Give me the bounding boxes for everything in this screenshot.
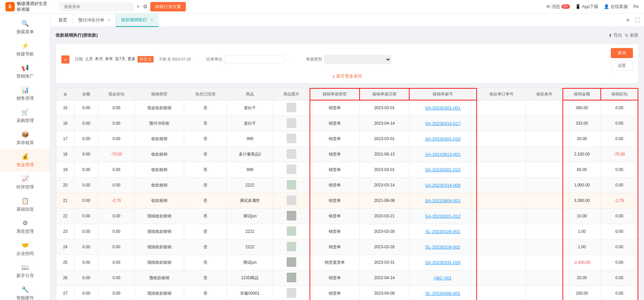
sidebar-item-inventory[interactable]: 📦 库存核算 (0, 127, 50, 149)
guide-icon: 📖 (21, 263, 29, 271)
cell-bill-no[interactable]: SA-20230414-017 (409, 116, 476, 131)
sidebar-item-label: 新手引导 (16, 273, 34, 279)
date-filter: 日期 上月 本月 本年 近7天 更多 自定义 (75, 56, 154, 62)
product-image (287, 288, 296, 298)
bill-no-link[interactable]: SA-20230301-001 (425, 105, 461, 111)
bill-no-link[interactable]: SL-20230408-001 (425, 291, 460, 296)
date-7days[interactable]: 近7天 (115, 56, 125, 62)
date-custom[interactable]: 自定义 (138, 56, 154, 62)
settings-icon[interactable]: ⚙ (143, 3, 148, 10)
sidebar-item-guide[interactable]: 📖 新手引导 (0, 260, 50, 282)
sidebar-item-hardware[interactable]: 🔧 智能硬件 (0, 282, 50, 300)
solution-button[interactable]: 休验行业方案 (150, 2, 186, 11)
sidebar-item-label: 智能硬件 (16, 295, 34, 300)
bill-no-link[interactable]: SA-20230321-012 (425, 214, 461, 219)
cell-id: 16 (56, 116, 74, 131)
export-button[interactable]: ⬆ 导出 (608, 32, 622, 38)
query-button[interactable]: 查询 (611, 48, 633, 58)
cell-bill-no[interactable]: SA-20210808-001 (409, 193, 476, 208)
cell-bill-no[interactable]: SA-20230331-026 (409, 255, 476, 270)
cell-product: 衣服00001 (227, 286, 273, 300)
cell-bill-no[interactable]: SA-20230301-010 (409, 162, 476, 177)
sidebar-item-system[interactable]: ⚙ 系统管理 (0, 216, 50, 238)
sidebar-item-search[interactable]: 🔍 搜索菜单 (0, 16, 50, 38)
bill-no-link[interactable]: SA-20230301-010 (425, 167, 461, 172)
tab-home[interactable]: 首页 (53, 13, 73, 27)
cell-order-no (477, 116, 526, 131)
customer-input[interactable] (224, 55, 285, 63)
sidebar-item-marketing[interactable]: 📢 营销推广 (0, 60, 50, 83)
cell-id: 26 (56, 270, 74, 286)
date-more[interactable]: 更多 (127, 56, 136, 62)
date-last-month[interactable]: 上月 (85, 56, 93, 62)
bill-no-link[interactable]: SA-20230314-008 (425, 183, 461, 188)
phone-icon: 📱 (575, 4, 581, 9)
cell-id: 23 (56, 224, 74, 239)
cell-bill-no[interactable]: SA-20230314-008 (409, 177, 476, 193)
tab-verify[interactable]: 收款核销执行 × (116, 13, 159, 27)
online-support-item[interactable]: 👤 在线客服 (604, 4, 628, 10)
cell-bill-no[interactable]: SA-20230301-001 (409, 100, 476, 116)
logo-icon: 6 (5, 2, 15, 11)
tab-prepay[interactable]: 预付冲应付单 × (73, 13, 116, 27)
cell-bill-no[interactable]: SL-20230328-001 (409, 224, 476, 239)
billtype-filter: 单据类型 (306, 55, 391, 64)
notification-item[interactable]: ✉ 消息 99+ (546, 4, 570, 10)
maximize-icon[interactable]: ⛶ (634, 16, 641, 24)
cell-product-img (273, 224, 310, 239)
app-download-item[interactable]: 📱 App下载 (575, 4, 598, 10)
sidebar-item-label: 营销推广 (16, 73, 34, 79)
page-title-bar: 收款核销执行(按收款) ⬆ 导出 ↻ 刷新 (56, 32, 639, 38)
date-this-month[interactable]: 本月 (95, 56, 103, 62)
table-header-row: ⚙ 余额 现金折扣 核销类型 包含已结清 商品 商品图片 核销单据类型 核销单据… (56, 88, 638, 100)
search-input[interactable] (60, 3, 133, 11)
filter-expand-btn[interactable]: » (61, 55, 69, 63)
cell-product-img (273, 270, 310, 286)
sidebar-item-finance[interactable]: 💰 资金管理 (0, 149, 50, 171)
cell-bill-no[interactable]: SL-20230328-002 (409, 239, 476, 255)
cell-id: 27 (56, 286, 74, 300)
refresh-button[interactable]: ↻ 刷新 (625, 32, 639, 38)
cell-verify-type: 现续收款核销 (135, 224, 184, 239)
table-row: 21 0.00 -2.76 收款核销 否 测试多属性 销货单 2021-08-0… (56, 193, 638, 208)
bill-no-link[interactable]: SA-20210813-001 (425, 152, 461, 157)
sidebar-item-operations[interactable]: 📈 经营管理 (0, 171, 50, 194)
bill-no-link[interactable]: SL-20230328-001 (425, 229, 460, 234)
sidebar-item-basic[interactable]: 📋 基础信息 (0, 194, 50, 216)
bill-no-link[interactable]: SA-20210808-001 (425, 198, 461, 203)
message-icon: ✉ (546, 4, 550, 9)
cell-bill-type: 销货单 (310, 116, 360, 131)
sidebar-item-sales[interactable]: 📊 销售管理 (0, 83, 50, 105)
tab-prepay-close[interactable]: × (108, 18, 110, 23)
cell-discount: 0.00 (601, 224, 638, 239)
bill-no-link[interactable]: SA-20230301-010 (425, 136, 461, 141)
sidebar-item-enterprise[interactable]: 🤝 企业协同 (0, 238, 50, 260)
cell-bill-no[interactable]: SA-20230301-010 (409, 131, 476, 146)
sidebar-item-purchase[interactable]: 🛒 采购管理 (0, 105, 50, 127)
sidebar-item-quicknav[interactable]: ⚡ 快捷导航 (0, 38, 50, 60)
cell-bill-no[interactable]: SA-20210813-001 (409, 146, 476, 162)
th-amount: 核销金额 (563, 88, 601, 100)
cell-balance: 0.00 (74, 270, 98, 286)
cell-bill-no[interactable]: SA-20230321-012 (409, 208, 476, 224)
cell-bill-type: 销货单 (310, 177, 360, 193)
operations-icon: 📈 (21, 175, 29, 183)
close-tab-icon[interactable]: ✕ (625, 16, 631, 24)
date-this-year[interactable]: 本年 (105, 56, 113, 62)
billtype-select[interactable] (324, 55, 391, 64)
cell-bill-no[interactable]: ABC-001 (409, 270, 476, 286)
cell-balance: 0.00 (74, 131, 98, 146)
tab-verify-close[interactable]: × (151, 17, 153, 22)
bill-no-link[interactable]: SL-20230328-002 (425, 245, 460, 250)
cell-bill-no[interactable]: SL-20230408-001 (409, 286, 476, 300)
user-item[interactable]: Rit (633, 4, 639, 9)
setting-button[interactable]: 设置 (611, 61, 633, 71)
cell-bill-date: 2023-03-14 (360, 177, 409, 193)
cell-product: 123D商品 (227, 270, 273, 286)
bill-no-link[interactable]: SA-20230331-026 (425, 260, 461, 265)
filter-expand-row[interactable]: ∨ 展开更多条件 (61, 73, 633, 79)
bill-no-link[interactable]: SA-20230414-017 (425, 121, 461, 126)
bill-no-link[interactable]: ABC-001 (434, 275, 452, 281)
cell-product-img (273, 100, 310, 116)
cell-balance: 0.00 (74, 177, 98, 193)
